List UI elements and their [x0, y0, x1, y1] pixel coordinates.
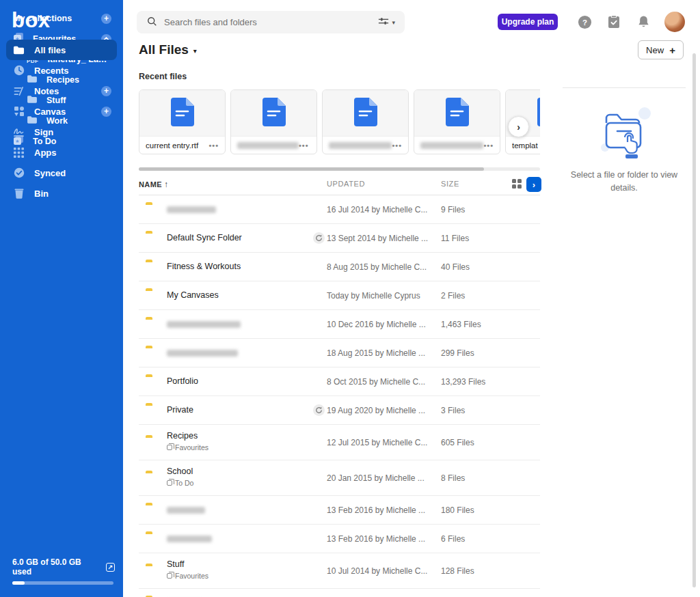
redacted-folder-name	[167, 321, 241, 328]
search-input[interactable]	[164, 17, 378, 27]
folder-name: My Canvases	[167, 290, 219, 300]
horizontal-scrollbar[interactable]	[139, 167, 540, 171]
table-row-fitness-workouts[interactable]: Fitness & Workouts8 Aug 2015 by Michelle…	[139, 253, 540, 281]
sidebar-item-bin[interactable]: Bin	[6, 183, 117, 204]
sidebar-item-notes[interactable]: Notes+	[6, 81, 117, 101]
details-panel: Select a file or folder to view details.	[563, 51, 687, 591]
recent-file-card-current-entry-rtf[interactable]: current entry.rtf•••	[139, 89, 226, 154]
more-options-icon[interactable]: •••	[392, 141, 402, 150]
notes-icon	[13, 85, 25, 97]
user-avatar[interactable]	[664, 12, 685, 32]
grid-view-icon[interactable]	[512, 179, 522, 189]
add-collection-icon[interactable]: +	[101, 14, 111, 24]
table-row-redacted[interactable]: 13 Feb 2016 by Michelle ...180 Files	[139, 496, 540, 525]
sidebar-item-label: Bin	[34, 189, 111, 199]
folder-icon	[13, 44, 25, 56]
table-row-recipes[interactable]: RecipesFavourites12 Jul 2015 by Michelle…	[139, 425, 540, 460]
collection-badge-label: Favourites	[175, 572, 208, 580]
column-updated[interactable]: UPDATED	[327, 180, 365, 188]
collection-badge-label: To Do	[175, 479, 193, 487]
sort-ascending-icon: ↑	[164, 180, 168, 189]
size-cell: 180 Files	[441, 505, 474, 515]
more-options-icon[interactable]: •••	[299, 141, 309, 150]
sidebar: box All filesRecentsNotes+Canvas+SignApp…	[0, 0, 123, 597]
add-canvas-icon[interactable]: +	[101, 107, 111, 117]
redacted-folder-name	[167, 206, 216, 213]
recent-file-card-redacted[interactable]: •••	[414, 89, 500, 154]
updated-cell: 20 Jan 2015 by Michelle ...	[327, 473, 425, 483]
table-row-default-sync-folder[interactable]: Default Sync Folder13 Sept 2014 by Miche…	[139, 224, 540, 253]
sidebar-item-label: Synced	[34, 168, 111, 178]
folder-name: Default Sync Folder	[167, 233, 242, 242]
sidebar-item-canvas[interactable]: Canvas+	[6, 101, 117, 122]
search-bar[interactable]: ▾	[137, 11, 405, 33]
document-icon	[171, 98, 194, 129]
updated-cell: 10 Jul 2014 by Michelle C...	[327, 566, 427, 576]
recent-file-card-redacted[interactable]: •••	[230, 89, 317, 154]
document-icon	[262, 98, 286, 129]
table-row-redacted[interactable]: 16 Jul 2014 by Michelle C...9 Files	[139, 195, 540, 224]
notifications-bell-icon[interactable]	[636, 14, 651, 29]
column-name-sort[interactable]: NAME↑	[139, 180, 168, 189]
table-row-stuff[interactable]: StuffFavourites10 Jul 2014 by Michelle C…	[139, 553, 540, 589]
details-empty-message: Select a file or folder to view details.	[563, 169, 686, 195]
size-cell: 40 Files	[441, 262, 470, 272]
table-row-school[interactable]: SchoolTo Do20 Jan 2015 by Michelle ...8 …	[139, 460, 540, 496]
file-name: templat	[512, 141, 540, 150]
more-options-icon[interactable]: •••	[208, 141, 219, 150]
sidebar-item-label: Recents	[34, 66, 111, 76]
updated-cell: 19 Aug 2020 by Michelle ...	[327, 406, 425, 415]
vertical-scrollbar[interactable]	[692, 53, 696, 587]
updated-cell: Today by Michelle Cyprus	[327, 291, 420, 301]
folder-name: Fitness & Workouts	[167, 262, 241, 271]
more-options-icon[interactable]: •••	[483, 141, 494, 150]
document-icon	[446, 98, 469, 129]
size-cell: 11 Files	[441, 234, 469, 243]
help-icon[interactable]: ?	[577, 14, 592, 29]
sidebar-item-apps[interactable]: Apps	[6, 142, 117, 163]
details-panel-toggle-button[interactable]: ›	[526, 177, 541, 192]
updated-cell: 13 Feb 2016 by Michelle ...	[327, 534, 425, 544]
folder-name: Portfolio	[167, 376, 198, 386]
size-cell: 299 Files	[441, 348, 474, 358]
search-filters-icon[interactable]	[378, 16, 389, 29]
sidebar-item-synced[interactable]: Synced	[6, 163, 117, 183]
size-cell: 128 Files	[441, 566, 474, 576]
scroll-right-button[interactable]: ›	[508, 116, 529, 137]
search-filters-caret-icon[interactable]: ▾	[392, 19, 395, 26]
folder-name: School	[167, 467, 193, 476]
search-icon	[146, 16, 157, 29]
page-title-dropdown[interactable]: All Files ▾	[139, 42, 197, 57]
column-size[interactable]: SIZE	[441, 180, 459, 188]
table-row-redacted[interactable]: 18 Aug 2015 by Michelle ...299 Files	[139, 339, 540, 367]
add-notes-icon[interactable]: +	[101, 86, 111, 96]
table-row-private[interactable]: Private19 Aug 2020 by Michelle ...3 File…	[139, 396, 540, 425]
sidebar-item-recents[interactable]: Recents	[6, 60, 117, 81]
upgrade-plan-button[interactable]: Upgrade plan	[498, 14, 558, 30]
table-row-portfolio[interactable]: Portfolio8 Oct 2015 by Michelle C...13,2…	[139, 367, 540, 396]
size-cell: 8 Files	[441, 473, 465, 483]
table-row-documents[interactable]: Documents1 Jun 2014 by Michelle C...64 F…	[139, 589, 540, 597]
sync-icon	[313, 232, 325, 244]
size-cell: 3 Files	[441, 406, 465, 415]
select-folder-illustration-icon	[591, 102, 657, 165]
updated-cell: 16 Jul 2014 by Michelle C...	[327, 205, 427, 214]
recent-files-strip: current entry.rtf••••••••••••templat	[139, 89, 540, 156]
tasks-clipboard-icon[interactable]	[606, 14, 621, 29]
external-link-icon[interactable]: ↗	[106, 563, 115, 572]
collection-badge: Favourites	[167, 443, 208, 452]
redacted-file-name	[329, 142, 392, 149]
updated-cell: 13 Sept 2014 by Michelle ...	[327, 234, 428, 243]
sidebar-item-sign[interactable]: Sign	[6, 122, 117, 142]
table-row-redacted[interactable]: 13 Feb 2016 by Michelle ...6 Files	[139, 525, 540, 553]
collection-badge: To Do	[167, 479, 193, 487]
file-name-row: templat	[506, 137, 540, 154]
collection-badge-icon	[167, 445, 172, 450]
size-cell: 1,463 Files	[441, 320, 481, 329]
recent-file-card-redacted[interactable]: •••	[322, 89, 409, 154]
table-row-my-canvases[interactable]: My CanvasesToday by Michelle Cyprus2 Fil…	[139, 281, 540, 310]
sidebar-item-all-files[interactable]: All files	[6, 40, 117, 60]
sign-icon	[13, 126, 25, 138]
updated-cell: 10 Dec 2016 by Michelle ...	[327, 320, 426, 329]
table-row-redacted[interactable]: 10 Dec 2016 by Michelle ...1,463 Files	[139, 310, 540, 339]
